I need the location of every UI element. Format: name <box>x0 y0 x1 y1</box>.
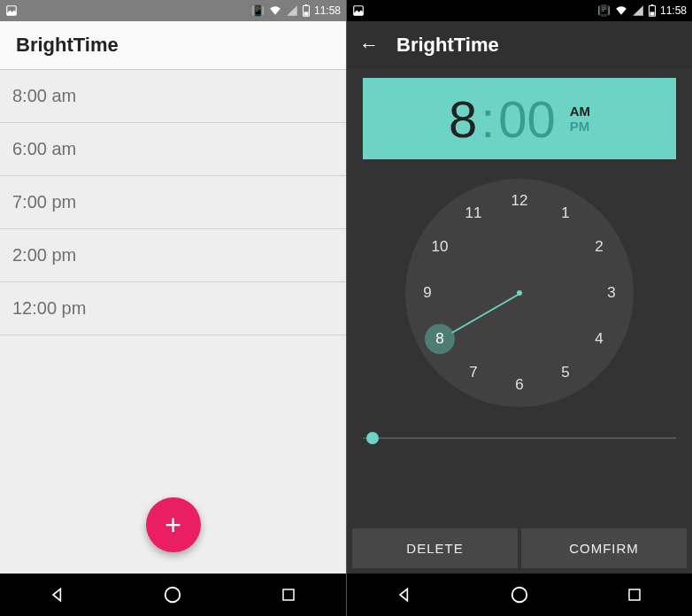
plus-icon: + <box>165 509 181 542</box>
list-item[interactable]: 7:00 pm <box>0 176 346 229</box>
svg-rect-8 <box>651 4 654 5</box>
picker-body: 8 : 00 AM PM 121234567891011 DELETE COMF… <box>347 69 692 574</box>
time-display: 8 : 00 AM PM <box>363 78 676 159</box>
delete-button[interactable]: DELETE <box>352 528 518 568</box>
status-time: 11:58 <box>660 4 687 17</box>
status-bar: 📳 11:58 <box>347 0 692 21</box>
back-icon[interactable] <box>48 585 67 604</box>
minute-value[interactable]: 00 <box>498 89 556 149</box>
time-colon: : <box>481 89 495 149</box>
home-icon[interactable] <box>163 585 182 604</box>
confirm-button[interactable]: COMFIRM <box>521 528 687 568</box>
recent-icon[interactable] <box>279 585 298 604</box>
vibrate-icon: 📳 <box>251 4 265 17</box>
status-time: 11:58 <box>314 4 341 17</box>
svg-point-4 <box>165 588 181 603</box>
app-title: BrightTime <box>396 34 499 57</box>
wifi-icon <box>614 4 628 17</box>
svg-rect-9 <box>650 12 655 15</box>
clock-hour-1[interactable]: 1 <box>553 201 578 226</box>
battery-icon <box>648 4 657 17</box>
add-button[interactable]: + <box>146 497 201 552</box>
phone-screen-picker: 📳 11:58 ← BrightTime 8 : 00 AM PM 1212 <box>346 0 692 616</box>
svg-point-10 <box>512 588 527 603</box>
status-bar: 📳 11:58 <box>0 0 346 21</box>
slider-thumb[interactable] <box>366 432 379 444</box>
clock-hour-10[interactable]: 10 <box>427 235 452 259</box>
recent-icon[interactable] <box>625 585 644 604</box>
clock-hour-12[interactable]: 12 <box>507 189 532 213</box>
nav-bar <box>347 574 692 616</box>
phone-screen-list: 📳 11:58 BrightTime 8:00 am 6:00 am 7:00 … <box>0 0 346 616</box>
clock-hour-11[interactable]: 11 <box>461 201 486 226</box>
list-item[interactable]: 12:00 pm <box>0 282 346 335</box>
clock-hour-5[interactable]: 5 <box>553 360 578 385</box>
list-item[interactable]: 2:00 pm <box>0 229 346 282</box>
app-title: BrightTime <box>0 21 346 70</box>
back-icon[interactable] <box>395 585 414 604</box>
svg-rect-11 <box>629 589 640 600</box>
battery-icon <box>302 4 311 17</box>
am-toggle[interactable]: AM <box>570 104 590 119</box>
svg-rect-2 <box>305 4 308 5</box>
pm-toggle[interactable]: PM <box>570 119 590 134</box>
clock-hour-4[interactable]: 4 <box>587 327 611 351</box>
clock-hand <box>451 293 519 334</box>
clock-hour-3[interactable]: 3 <box>599 281 624 305</box>
home-icon[interactable] <box>510 585 529 604</box>
clock-hour-7[interactable]: 7 <box>461 360 486 385</box>
image-icon <box>5 4 18 17</box>
wifi-icon <box>268 4 282 17</box>
slider-track <box>363 437 676 439</box>
signal-icon <box>632 4 644 17</box>
clock-selected-hour[interactable]: 8 <box>425 324 455 354</box>
back-arrow-icon[interactable]: ← <box>359 34 379 57</box>
nav-bar <box>0 574 346 616</box>
clock-hour-2[interactable]: 2 <box>587 235 611 259</box>
list-item[interactable]: 8:00 am <box>0 70 346 123</box>
app-bar: ← BrightTime <box>347 21 692 69</box>
list-item[interactable]: 6:00 am <box>0 123 346 176</box>
svg-rect-3 <box>304 12 309 15</box>
vibrate-icon: 📳 <box>597 4 611 17</box>
image-icon <box>352 4 365 17</box>
hour-value[interactable]: 8 <box>449 89 477 149</box>
svg-rect-5 <box>283 589 294 600</box>
button-row: DELETE COMFIRM <box>352 528 687 568</box>
clock-face[interactable]: 121234567891011 <box>405 179 634 407</box>
clock-hour-6[interactable]: 6 <box>507 373 532 397</box>
brightness-slider[interactable] <box>363 437 676 439</box>
clock-hour-9[interactable]: 9 <box>415 281 440 305</box>
signal-icon <box>286 4 298 17</box>
